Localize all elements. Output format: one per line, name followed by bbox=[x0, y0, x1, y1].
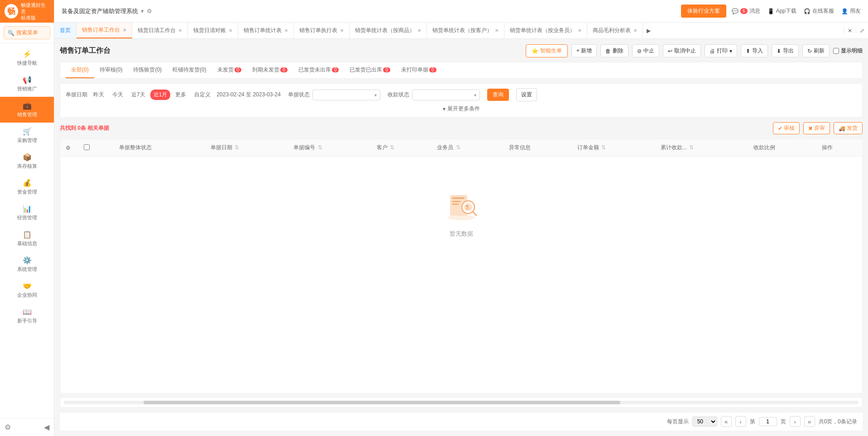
tab-expand-button[interactable]: ⤢ bbox=[856, 28, 868, 34]
topbar-dropdown-arrow[interactable]: ▾ bbox=[141, 8, 144, 14]
sort-customer-icon[interactable]: ⇅ bbox=[390, 144, 394, 151]
tab-sales-summary-staff[interactable]: 销货单统计表（按业务员） ✕ bbox=[504, 23, 587, 38]
date-btn-custom[interactable]: 自定义 bbox=[191, 90, 214, 100]
th-ratio: 收款比例 bbox=[748, 139, 816, 156]
tab-gross-margin-close[interactable]: ✕ bbox=[633, 28, 637, 33]
next-page-button[interactable]: › bbox=[790, 416, 801, 427]
print-button[interactable]: 🖨 打印 ▾ bbox=[705, 44, 737, 57]
import-button[interactable]: ⬆ 导入 bbox=[741, 44, 768, 57]
tab-sales-exec-close[interactable]: ✕ bbox=[340, 28, 344, 33]
online-service-action[interactable]: 🎧 在线客服 bbox=[804, 7, 834, 15]
filter-payment-select[interactable] bbox=[412, 90, 480, 100]
industry-btn[interactable]: 体验行业方案 bbox=[681, 5, 726, 18]
prev-page-button[interactable]: ‹ bbox=[735, 416, 746, 427]
tab-sales-summary-product-label: 销货单统计表（按商品） bbox=[355, 27, 415, 34]
tab-more-button[interactable]: ▶ bbox=[643, 23, 654, 38]
tab-sales-summary-customer-close[interactable]: ✕ bbox=[495, 28, 499, 33]
sidebar-item-sales[interactable]: 💼 销售管理 bbox=[0, 97, 54, 123]
sub-tab-wangpu-ship[interactable]: 旺铺待发货(0) bbox=[167, 62, 212, 78]
search-menu-button[interactable]: 🔍 搜索菜单 bbox=[4, 26, 50, 39]
export-button[interactable]: ⬇ 导出 bbox=[772, 44, 799, 57]
tab-unpin-button[interactable]: ✕ bbox=[844, 28, 856, 34]
tab-home[interactable]: 首页 bbox=[54, 23, 77, 38]
sort-received-icon[interactable]: ⇅ bbox=[689, 144, 694, 151]
sub-tab-shipped-not-out[interactable]: 已发货未出库0 bbox=[293, 62, 345, 78]
tab-sales-workbench[interactable]: 销售订单工作台 ✕ bbox=[77, 23, 132, 38]
sidebar-item-enterprise[interactable]: 🤝 企业协同 bbox=[0, 277, 54, 303]
date-btn-more[interactable]: 更多 bbox=[172, 90, 189, 100]
sidebar-item-finance[interactable]: 💰 资金管理 bbox=[0, 174, 54, 200]
tab-sales-summary-staff-close[interactable]: ✕ bbox=[578, 28, 581, 33]
ship-button[interactable]: 🚚 发货 bbox=[834, 122, 863, 134]
tab-sales-summary-product[interactable]: 销货单统计表（按商品） ✕ bbox=[350, 23, 427, 38]
filter-settings-button[interactable]: 设置 bbox=[516, 88, 537, 101]
app-download-action[interactable]: 📱 App下载 bbox=[767, 7, 796, 15]
tab-sales-exec[interactable]: 销售订单执行表 ✕ bbox=[294, 23, 350, 38]
tab-sales-workbench-close[interactable]: ✕ bbox=[123, 28, 126, 33]
last-page-button[interactable]: » bbox=[804, 416, 815, 427]
tab-sales-summary-product-close[interactable]: ✕ bbox=[417, 28, 421, 33]
smart-create-button[interactable]: ⭐ 智能生单 bbox=[526, 44, 568, 57]
tab-cash-reconcile-close[interactable]: ✕ bbox=[229, 28, 232, 33]
tab-sales-summary-customer[interactable]: 销货单统计表（按客户） ✕ bbox=[427, 23, 504, 38]
refresh-button[interactable]: ↻ 刷新 bbox=[802, 44, 830, 57]
sub-tab-not-printed[interactable]: 未打印单据0 bbox=[396, 62, 442, 78]
sidebar-item-base[interactable]: 📋 基础信息 bbox=[0, 226, 54, 251]
sub-tab-not-shipped[interactable]: 未发货0 bbox=[212, 62, 247, 78]
tab-sales-stats-close[interactable]: ✕ bbox=[284, 28, 288, 33]
sidebar-item-quick[interactable]: ⚡ 快捷导航 bbox=[0, 45, 54, 71]
cancel-audit-icon: ✖ bbox=[808, 125, 813, 132]
query-button[interactable]: 查询 bbox=[487, 89, 509, 101]
sub-tab-all[interactable]: 全部(0) bbox=[66, 62, 94, 78]
sidebar-item-operations[interactable]: 📊 经营管理 bbox=[0, 200, 54, 226]
th-amount: 订单金额 ⇅ bbox=[572, 139, 655, 156]
tab-cash-reconcile[interactable]: 钱货日清对账 ✕ bbox=[188, 23, 238, 38]
sidebar-item-marketing[interactable]: 📢 营销推广 bbox=[0, 71, 54, 97]
sub-tab-pending[interactable]: 待审核(0) bbox=[94, 62, 128, 78]
sidebar-item-purchase[interactable]: 🛒 采购管理 bbox=[0, 123, 54, 148]
date-btn-7days[interactable]: 近7天 bbox=[128, 90, 149, 100]
collapse-icon[interactable]: ◀ bbox=[44, 423, 49, 431]
table-ops: ✔ 审核 ✖ 弃审 🚚 发货 bbox=[773, 122, 863, 134]
delete-button[interactable]: 🗑 删除 bbox=[600, 44, 628, 57]
gear-button[interactable]: ⚙ bbox=[147, 8, 152, 14]
date-btn-yesterday[interactable]: 昨天 bbox=[90, 90, 107, 100]
sort-date-icon[interactable]: ⇅ bbox=[235, 144, 239, 151]
stop-button[interactable]: ⊘ 中止 bbox=[632, 44, 659, 57]
cancel-audit-button[interactable]: ✖ 弃审 bbox=[803, 122, 830, 134]
filter-status: 单据状态 bbox=[288, 90, 380, 100]
user-action[interactable]: 👤 用友 bbox=[841, 7, 861, 15]
show-detail-checkbox[interactable] bbox=[833, 48, 839, 54]
sub-tab-pending-inspect[interactable]: 待拣验货(0) bbox=[128, 62, 167, 78]
date-btn-1month[interactable]: 近1月 bbox=[150, 90, 171, 100]
first-page-button[interactable]: « bbox=[721, 416, 732, 427]
page-size-select[interactable]: 20 50 100 bbox=[692, 417, 717, 427]
filter-status-select[interactable] bbox=[312, 90, 380, 100]
tab-sales-stats[interactable]: 销售订单统计表 ✕ bbox=[238, 23, 294, 38]
sort-staff-icon[interactable]: ⇅ bbox=[456, 144, 460, 151]
empty-state: 暂无数据 bbox=[60, 156, 862, 265]
select-all-checkbox[interactable] bbox=[84, 144, 90, 150]
sub-tab-overdue-ship[interactable]: 到期未发货0 bbox=[247, 62, 293, 78]
sidebar-item-system[interactable]: ⚙️ 系统管理 bbox=[0, 251, 54, 277]
settings-bottom-icon[interactable]: ⚙ bbox=[5, 423, 11, 431]
page-input[interactable] bbox=[759, 417, 777, 426]
sort-number-icon[interactable]: ⇅ bbox=[318, 144, 322, 151]
expand-filter-button[interactable]: ▾ 展开更多条件 bbox=[443, 105, 480, 113]
filter-row-1: 单据日期 昨天 今天 近7天 近1月 更多 自定义 2023-02-24 至 2… bbox=[66, 88, 857, 101]
add-button[interactable]: + 新增 bbox=[571, 44, 597, 57]
scroll-thumb[interactable] bbox=[144, 401, 620, 404]
sidebar-item-inventory[interactable]: 📦 库存核算 bbox=[0, 148, 54, 174]
message-action[interactable]: 💬 6 消息 bbox=[732, 7, 760, 15]
tab-cash-daily-close[interactable]: ✕ bbox=[178, 28, 182, 33]
date-btn-today[interactable]: 今天 bbox=[109, 90, 126, 100]
sort-amount-icon[interactable]: ⇅ bbox=[601, 144, 606, 151]
sub-tab-shipped-out[interactable]: 已发货已出库0 bbox=[344, 62, 396, 78]
sidebar-item-guide[interactable]: 📖 新手引导 bbox=[0, 303, 54, 329]
base-icon: 📋 bbox=[23, 230, 32, 239]
cancel-stop-button[interactable]: ↩ 取消中止 bbox=[663, 44, 701, 57]
audit-button[interactable]: ✔ 审核 bbox=[773, 122, 800, 134]
tab-cash-daily[interactable]: 钱货日清工作台 ✕ bbox=[132, 23, 188, 38]
show-detail-checkbox-label[interactable]: 显示明细 bbox=[833, 47, 863, 55]
tab-gross-margin[interactable]: 商品毛利分析表 ✕ bbox=[587, 23, 643, 38]
